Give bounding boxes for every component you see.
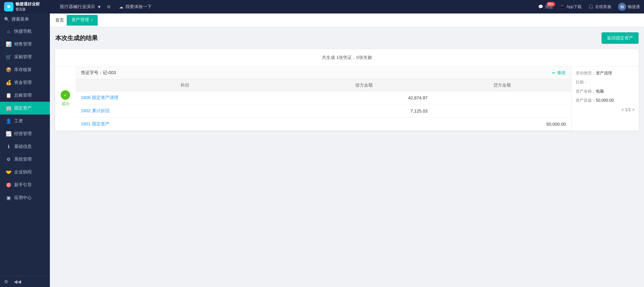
result-card: 共生成 1张凭证，0张失败 ✓ 成功 凭证字号：记-003 — [55, 49, 639, 131]
voucher-block: ✓ 成功 凭证字号：记-003 ✏ 修改 — [55, 66, 639, 131]
sidebar-item-sales[interactable]: 📊 销售管理 — [0, 38, 50, 51]
chart-icon: 📊 — [5, 41, 11, 47]
sidebar-item-label: 资金管理 — [14, 79, 32, 86]
success-icon: ✓ — [61, 90, 70, 100]
building-icon: 🏢 — [5, 105, 11, 111]
change-type-value: 资产清理 — [596, 70, 612, 76]
guide-icon: 🎯 — [5, 182, 11, 188]
debit-cell: 7,125.03 — [295, 104, 433, 118]
logo-icon: 畅 — [4, 2, 13, 11]
search-icon: 🔍 — [4, 17, 9, 22]
table-row: 1606 固定资产清理 42,874.97 — [75, 91, 571, 104]
apps-icon: ▣ — [5, 195, 11, 201]
asset-name-value: 电脑 — [596, 89, 604, 94]
voucher-status: ✓ 成功 — [55, 66, 75, 131]
table-row: 1602 累计折旧 7,125.03 — [75, 104, 571, 118]
detail-panel: 变动类型： 资产清理 日期： 资产名称： 电脑 资产原值： — [571, 66, 639, 131]
online-service-button[interactable]: 🎧 在线客服 — [588, 4, 611, 10]
money-icon: 💰 — [5, 79, 11, 86]
app-download-button[interactable]: 📱 App下载 — [560, 4, 582, 10]
header-right: 💬 消息 99+ 📱 App下载 🎧 在线客服 畅 畅捷通 — [538, 3, 640, 11]
main-layout: 🔍 搜索菜单 ⌂ 快捷导航 📊 销售管理 🛒 采购管理 📦 库存核算 💰 — [0, 13, 644, 287]
logo-name: 畅捷通好业财 — [16, 2, 40, 7]
phone-icon: 📱 — [560, 4, 565, 9]
tab-asset-management[interactable]: 资产管理 × — [67, 15, 98, 26]
sidebar-item-label: 基础信息 — [14, 144, 32, 150]
credit-cell — [433, 104, 571, 118]
sidebar-item-payroll[interactable]: 👤 工资 — [0, 115, 50, 127]
voucher-number: 凭证字号：记-003 — [81, 70, 116, 76]
sidebar-item-guide[interactable]: 🎯 新手引导 — [0, 179, 50, 191]
user-profile-button[interactable]: 畅 畅捷通 — [618, 3, 640, 11]
messages-button[interactable]: 💬 消息 99+ — [538, 4, 553, 10]
sidebar-item-label: 销售管理 — [14, 41, 32, 47]
sidebar-item-purchase[interactable]: 🛒 采购管理 — [0, 51, 50, 63]
logo-sub: 普及版 — [16, 7, 40, 12]
sidebar-settings-button[interactable]: ⚙ — [4, 279, 8, 284]
col-subject: 科目 — [75, 79, 295, 91]
sidebar-item-label: 固定资产 — [14, 105, 32, 111]
gear-icon: ⚙ — [107, 4, 111, 9]
sidebar-item-quick-nav[interactable]: ⌂ 快捷导航 — [0, 25, 50, 38]
tab-home[interactable]: 首页 — [55, 17, 64, 23]
edit-voucher-button[interactable]: ✏ 修改 — [552, 70, 566, 76]
dropdown-icon: ▼ — [97, 4, 101, 9]
sidebar-item-app-center[interactable]: ▣ 应用中心 — [0, 191, 50, 204]
company-name: 医疗器械行业演示 — [60, 4, 95, 10]
panel-expand-button[interactable]: ⤢ — [633, 31, 641, 39]
date-label: 日期： — [576, 79, 594, 85]
avatar: 畅 — [618, 3, 626, 11]
voucher-table: 科目 借方金额 贷方金额 1606 固定资产清理 42,874.97 — [75, 79, 571, 131]
detail-asset-value: 资产原值： 50,000.00 — [576, 98, 635, 103]
sidebar-item-inventory[interactable]: 📦 库存核算 — [0, 63, 50, 76]
asset-value-value: 50,000.00 — [596, 98, 614, 103]
change-type-label: 变动类型： — [576, 70, 596, 76]
sidebar-collapse-button[interactable]: ◀◀ — [14, 279, 21, 284]
page-content: 本次生成的结果 返回固定资产 共生成 1张凭证，0张失败 ✓ 成功 — [50, 27, 644, 287]
subject-cell: 1606 固定资产清理 — [75, 91, 295, 104]
sidebar-item-system[interactable]: ⚙ 系统管理 — [0, 153, 50, 166]
asset-name-label: 资产名称： — [576, 89, 596, 94]
company-settings-button[interactable]: ⚙ — [104, 2, 114, 11]
content-wrapper: 首页 资产管理 × ✕ ⤢ 本次生成的结果 返回固定资产 共生成 1张凭证，0张… — [50, 13, 644, 287]
company-selector[interactable]: 医疗器械行业演示 ▼ — [57, 4, 104, 10]
logo-area: 畅 畅捷通好业财 普及版 — [4, 2, 54, 12]
prev-page-button[interactable]: < — [621, 107, 624, 112]
sidebar-item-label: 快捷导航 — [14, 28, 32, 34]
trending-icon: 📈 — [5, 131, 11, 137]
box-icon: 📦 — [5, 67, 11, 73]
tab-label: 资产管理 — [71, 17, 89, 23]
top-header: 畅 畅捷通好业财 普及版 医疗器械行业演示 ▼ ⚙ ☁ 我要体验一下 💬 消息 … — [0, 0, 644, 13]
panel-close-button[interactable]: ✕ — [624, 31, 632, 39]
detail-asset-name: 资产名称： 电脑 — [576, 89, 635, 94]
tab-close-button[interactable]: × — [91, 18, 93, 22]
credit-cell: 50,000.00 — [433, 118, 571, 131]
sidebar-item-label: 总账管理 — [14, 92, 32, 98]
message-icon: 💬 — [538, 4, 543, 9]
voucher-main: 凭证字号：记-003 ✏ 修改 科目 借方金额 贷 — [75, 66, 571, 131]
sidebar-nav: ⌂ 快捷导航 📊 销售管理 🛒 采购管理 📦 库存核算 💰 资金管理 📋 — [0, 25, 50, 276]
tab-bar: 首页 资产管理 × — [50, 13, 644, 27]
result-summary: 共生成 1张凭证，0张失败 — [55, 49, 639, 66]
sidebar-item-fixed-assets[interactable]: 🏢 固定资产 — [0, 102, 50, 115]
sidebar-item-ledger[interactable]: 📋 总账管理 — [0, 89, 50, 102]
experience-button[interactable]: ☁ 我要体验一下 — [119, 4, 152, 10]
sidebar-item-finance[interactable]: 💰 资金管理 — [0, 76, 50, 89]
system-icon: ⚙ — [5, 156, 11, 162]
sidebar-item-enterprise[interactable]: 🤝 企业协同 — [0, 166, 50, 179]
sidebar-item-label: 库存核算 — [14, 67, 32, 73]
sidebar: 🔍 搜索菜单 ⌂ 快捷导航 📊 销售管理 🛒 采购管理 📦 库存核算 💰 — [0, 13, 50, 287]
edit-icon: ✏ — [552, 70, 556, 75]
sidebar-item-basic-info[interactable]: ℹ 基础信息 — [0, 140, 50, 153]
next-page-button[interactable]: > — [632, 107, 635, 112]
home-icon: ⌂ — [5, 28, 11, 34]
sidebar-item-operations[interactable]: 📈 经营管理 — [0, 127, 50, 140]
detail-pagination: < 1/1 > — [576, 107, 635, 112]
detail-date: 日期： — [576, 79, 635, 85]
page-indicator: 1/1 — [625, 107, 631, 112]
search-menu-item[interactable]: 🔍 搜索菜单 — [0, 13, 50, 25]
messages-badge: 99+ — [547, 2, 555, 6]
col-debit: 借方金额 — [295, 79, 433, 91]
asset-value-label: 资产原值： — [576, 98, 596, 103]
sidebar-item-label: 新手引导 — [14, 182, 32, 188]
